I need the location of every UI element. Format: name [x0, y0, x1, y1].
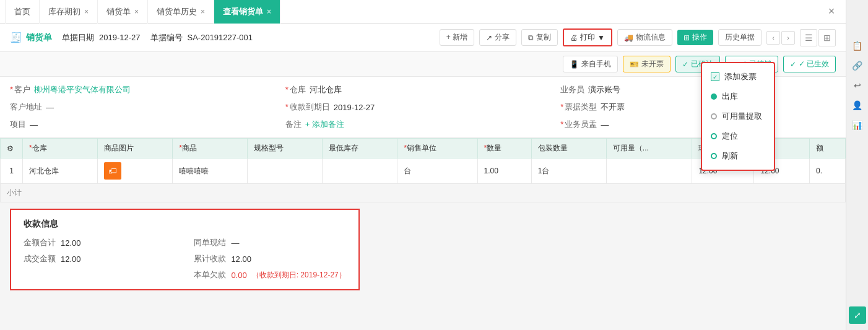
sales-staff-label: *业务员盂: [560, 119, 597, 130]
dropdown-locate[interactable]: 定位: [702, 126, 774, 146]
project-value: —: [30, 120, 104, 129]
logistics-icon: 🚚: [624, 33, 633, 42]
staff-value: 演示账号: [588, 84, 662, 95]
nav-arrows: ‹ ›: [766, 31, 795, 45]
sidebar-icon-4[interactable]: 👤: [849, 97, 866, 114]
dropdown-available-extract[interactable]: 可用量提取: [702, 106, 774, 126]
row-image: 🏷: [98, 158, 173, 184]
customer-value[interactable]: 柳州粤港平安气体有限公司: [34, 84, 131, 95]
doc-title-text: 销货单: [26, 32, 52, 43]
sidebar-icon-5[interactable]: 📊: [849, 116, 866, 134]
sales-staff-field: *业务员盂 —: [560, 119, 836, 130]
row-warehouse: 河北仓库: [23, 158, 98, 184]
cumulative-collection-label: 累计收款: [194, 253, 226, 264]
due-date-label: *收款到期日: [285, 102, 330, 113]
customer-label: *客户: [10, 84, 30, 95]
summary-section: 收款信息 金额合计 12.00 同单现结 — 成交金额 12.00 累计收款 1…: [10, 209, 360, 290]
check-effective-icon: ✓: [790, 60, 796, 69]
date-label: 单据日期: [62, 32, 94, 43]
deal-amount-label: 成交金额: [24, 253, 56, 264]
dropdown-outbound[interactable]: 出库: [702, 87, 774, 106]
row-product: 嘻嘻嘻嘻: [173, 158, 248, 184]
cumulative-collection-value: 12.00: [231, 254, 251, 264]
number-label: 单据编号: [150, 32, 183, 43]
view-toggle: ☰ ⊞: [800, 29, 836, 46]
effective-button[interactable]: ✓ ✓ 已生效: [783, 56, 836, 72]
row-spec: [248, 158, 323, 184]
th-image: 商品图片: [98, 139, 173, 158]
deal-amount-value: 12.00: [61, 254, 81, 264]
order-due-label: 本单欠款: [194, 269, 226, 280]
dropdown-refresh[interactable]: 刷新: [702, 146, 774, 166]
date-value: 2019-12-27: [99, 33, 141, 42]
total-amount-row: 金额合计 12.00: [24, 237, 175, 248]
list-view-button[interactable]: ☰: [800, 29, 817, 46]
th-package-qty: 包装数量: [531, 139, 606, 158]
from-phone-button[interactable]: 📱 来自手机: [563, 56, 618, 72]
tab-sales-history[interactable]: 销货单历史 ×: [148, 0, 214, 24]
staff-field: 业务员 演示账号: [560, 84, 836, 95]
copy-button[interactable]: ⧉ 复制: [521, 29, 558, 46]
th-spec: 规格型号: [248, 139, 323, 158]
ticket-type-field: *票据类型 不开票: [560, 102, 836, 113]
window-close-button[interactable]: ×: [822, 2, 841, 21]
doc-header: 🧾 销货单 单据日期 2019-12-27 单据编号 SA-20191227-0…: [0, 24, 846, 52]
summary-title: 收款信息: [24, 219, 346, 230]
subtotal-row: 小计: [1, 184, 846, 202]
check-icon: ✓: [682, 60, 688, 69]
tab-view-sales[interactable]: 查看销货单 ×: [214, 0, 280, 24]
note-label: 备注: [285, 119, 302, 130]
operations-button[interactable]: ⊞ 操作: [677, 30, 713, 45]
due-date-field: *收款到期日 2019-12-27: [285, 102, 561, 113]
th-sales-unit: *销售单位: [397, 139, 477, 158]
same-order-settlement-label: 同单现结: [194, 237, 226, 248]
doc-icon: 🧾: [10, 32, 22, 43]
add-note-button[interactable]: + 添加备注: [305, 119, 380, 130]
tab-close-view[interactable]: ×: [267, 7, 271, 16]
number-value: SA-20191227-001: [188, 33, 253, 42]
next-button[interactable]: ›: [781, 31, 795, 45]
logistics-button[interactable]: 🚚 物流信息: [617, 29, 672, 46]
row-quantity: 1.00: [477, 158, 531, 184]
row-no: 1: [1, 158, 23, 184]
copy-icon: ⧉: [528, 33, 534, 42]
project-label: 项目: [10, 119, 26, 130]
prev-button[interactable]: ‹: [766, 31, 780, 45]
dropdown-menu: ✓ 添加发票 出库 可用量提取 定位 刷新: [701, 62, 775, 171]
tab-close-inventory[interactable]: ×: [84, 7, 89, 16]
note-field: 备注 + 添加备注: [285, 119, 561, 130]
sidebar-icon-3[interactable]: ↩: [849, 77, 866, 94]
share-icon: ↗: [486, 33, 492, 42]
history-button[interactable]: 历史单据: [718, 29, 762, 46]
tab-inventory-init[interactable]: 库存期初 ×: [40, 0, 98, 24]
dot-hollow-icon: [711, 113, 717, 119]
doc-meta: 单据日期 2019-12-27: [62, 32, 141, 43]
order-due-value: 0.00: [231, 271, 246, 280]
tab-home[interactable]: 首页: [5, 0, 40, 24]
dropdown-add-invoice[interactable]: ✓ 添加发票: [702, 67, 774, 87]
subtotal-label: 小计: [1, 184, 846, 202]
new-button[interactable]: + 新增: [440, 29, 474, 46]
not-open-button[interactable]: 🎫 未开票: [623, 56, 671, 72]
order-due-row: 本单欠款 0.00 （收款到期日: 2019-12-27）: [194, 269, 345, 280]
th-settings[interactable]: ⚙: [1, 139, 23, 158]
cumulative-collection-row: 累计收款 12.00: [194, 253, 345, 264]
grid-view-button[interactable]: ⊞: [818, 29, 836, 46]
dropdown-arrow: ▼: [597, 33, 605, 42]
tab-close-sales[interactable]: ×: [134, 7, 139, 16]
ticket-type-label: *票据类型: [560, 102, 597, 113]
tab-close-history[interactable]: ×: [201, 7, 205, 16]
same-order-settlement-value: —: [231, 238, 239, 248]
sidebar-icon-1[interactable]: 📋: [849, 37, 866, 54]
sidebar-icon-2[interactable]: 🔗: [849, 57, 866, 74]
total-amount-value: 12.00: [61, 238, 81, 248]
dot-blue-icon: [711, 93, 717, 100]
th-amount: 额: [809, 139, 845, 158]
tab-sales-order[interactable]: 销货单 ×: [98, 0, 148, 24]
doc-number-meta: 单据编号 SA-20191227-001: [150, 32, 253, 43]
grid-icon: ⊞: [684, 33, 690, 42]
row-sales-unit: 台: [397, 158, 477, 184]
share-button[interactable]: ↗ 分享: [479, 29, 516, 46]
print-icon: 🖨: [570, 33, 578, 42]
print-button[interactable]: 🖨 打印 ▼: [563, 28, 612, 46]
